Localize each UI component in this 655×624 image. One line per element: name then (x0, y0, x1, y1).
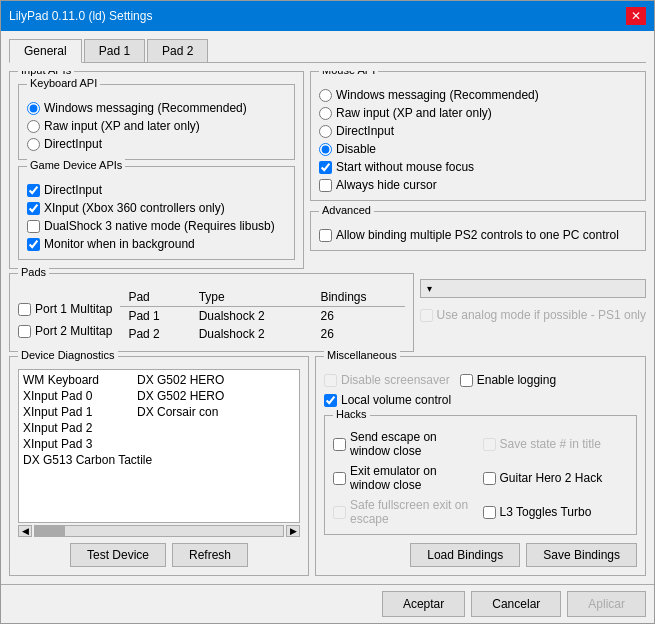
kb-radio-directinput[interactable] (27, 138, 40, 151)
hack-label-l3[interactable]: L3 Toggles Turbo (500, 505, 592, 519)
ma-radio-3: Disable (319, 142, 637, 156)
pad-dropdown[interactable] (420, 279, 646, 298)
list-item[interactable]: DX G513 Carbon Tactile (21, 452, 297, 468)
multitap-1: Port 1 Multitap (18, 302, 112, 316)
hack-cb-guitar[interactable] (483, 472, 496, 485)
hack-cb-savestate[interactable] (483, 438, 496, 451)
kb-radio-raw[interactable] (27, 120, 40, 133)
device-diag-buttons: Test Device Refresh (18, 543, 300, 567)
misc-cb-volume[interactable] (324, 394, 337, 407)
hack-cb-escape[interactable] (333, 438, 346, 451)
hack-cb-exit-emu[interactable] (333, 472, 346, 485)
hack-cb-l3[interactable] (483, 506, 496, 519)
mouse-api-group: Mouse API Windows messaging (Recommended… (310, 71, 646, 201)
scroll-left-arrow[interactable]: ◀ (18, 525, 32, 537)
ma-label-disable[interactable]: Disable (336, 142, 376, 156)
tab-content: Input APIs Keyboard API Windows messagin… (9, 71, 646, 576)
col-bindings: Bindings (312, 288, 404, 307)
list-item[interactable]: XInput Pad 2 (21, 420, 297, 436)
hack-label-escape[interactable]: Send escape on window close (350, 430, 479, 458)
device-name-2: XInput Pad 1 (23, 405, 133, 419)
hack-label-savestate[interactable]: Save state # in title (500, 437, 601, 451)
multitap2-label[interactable]: Port 2 Multitap (35, 324, 112, 338)
hack-cb-fullscreen[interactable] (333, 506, 346, 519)
ma-label-windows[interactable]: Windows messaging (Recommended) (336, 88, 539, 102)
gd-cb-dualshock3[interactable] (27, 220, 40, 233)
kb-radio-0: Windows messaging (Recommended) (27, 101, 286, 115)
hacks-grid: Send escape on window close Save state #… (333, 426, 628, 526)
gd-cb-monitor[interactable] (27, 238, 40, 251)
list-item[interactable]: XInput Pad 1 DX Corsair con (21, 404, 297, 420)
kb-label-raw[interactable]: Raw input (XP and later only) (44, 119, 200, 133)
device-name-4: XInput Pad 3 (23, 437, 92, 451)
adv-label-binding[interactable]: Allow binding multiple PS2 controls to o… (336, 228, 619, 242)
gd-label-directinput[interactable]: DirectInput (44, 183, 102, 197)
ma-label-raw[interactable]: Raw input (XP and later only) (336, 106, 492, 120)
misc-label-logging[interactable]: Enable logging (477, 373, 556, 387)
multitap1-cb[interactable] (18, 303, 31, 316)
gd-cb-xinput[interactable] (27, 202, 40, 215)
gd-cb-directinput[interactable] (27, 184, 40, 197)
list-item[interactable]: XInput Pad 3 (21, 436, 297, 452)
input-apis-label: Input APIs (18, 71, 74, 76)
misc-label-volume[interactable]: Local volume control (341, 393, 451, 407)
scroll-right-arrow[interactable]: ▶ (286, 525, 300, 537)
list-item[interactable]: XInput Pad 0 DX G502 HERO (21, 388, 297, 404)
content-area: General Pad 1 Pad 2 Input APIs Keyboard … (1, 31, 654, 584)
refresh-button[interactable]: Refresh (172, 543, 248, 567)
device-info-0: DX G502 HERO (137, 373, 224, 387)
ma-radio-0: Windows messaging (Recommended) (319, 88, 637, 102)
save-bindings-button[interactable]: Save Bindings (526, 543, 637, 567)
hack-label-fullscreen[interactable]: Safe fullscreen exit on escape (350, 498, 479, 526)
gd-label-dualshock3[interactable]: DualShock 3 native mode (Requires libusb… (44, 219, 275, 233)
misc-cb-screensaver[interactable] (324, 374, 337, 387)
misc-check-1: Enable logging (460, 373, 556, 387)
tab-general[interactable]: General (9, 39, 82, 63)
ma-label-cursor[interactable]: Always hide cursor (336, 178, 437, 192)
ma-radio-disable[interactable] (319, 143, 332, 156)
multitap-2: Port 2 Multitap (18, 324, 112, 338)
ma-radio-directinput[interactable] (319, 125, 332, 138)
hack-check-1: Save state # in title (483, 430, 629, 458)
adv-cb-binding[interactable] (319, 229, 332, 242)
ma-label-focus[interactable]: Start without mouse focus (336, 160, 474, 174)
aplicar-button[interactable]: Aplicar (567, 591, 646, 617)
ma-cb-cursor[interactable] (319, 179, 332, 192)
pads-section: Pads Port 1 Multitap Port 2 Multitap (9, 273, 646, 352)
table-row: Pad 2 Dualshock 2 26 (120, 325, 404, 343)
gd-label-xinput[interactable]: XInput (Xbox 360 controllers only) (44, 201, 225, 215)
multitap2-cb[interactable] (18, 325, 31, 338)
multitap1-label[interactable]: Port 1 Multitap (35, 302, 112, 316)
analog-cb[interactable] (420, 309, 433, 322)
list-item[interactable]: WM Keyboard DX G502 HERO (21, 372, 297, 388)
close-button[interactable]: ✕ (626, 7, 646, 25)
gd-check-3: Monitor when in background (27, 237, 286, 251)
ma-radio-raw[interactable] (319, 107, 332, 120)
tab-pad2[interactable]: Pad 2 (147, 39, 208, 62)
scrollbar-track[interactable] (34, 525, 284, 537)
ma-radio-windows[interactable] (319, 89, 332, 102)
analog-label[interactable]: Use analog mode if possible - PS1 only (437, 308, 646, 322)
tab-pad1[interactable]: Pad 1 (84, 39, 145, 62)
hack-label-guitar[interactable]: Guitar Hero 2 Hack (500, 471, 603, 485)
keyboard-api-group: Keyboard API Windows messaging (Recommen… (18, 84, 295, 160)
pads-group: Pads Port 1 Multitap Port 2 Multitap (9, 273, 414, 352)
gd-label-monitor[interactable]: Monitor when in background (44, 237, 195, 251)
aceptar-button[interactable]: Aceptar (382, 591, 465, 617)
device-diagnostics-group: Device Diagnostics WM Keyboard DX G502 H… (9, 356, 309, 576)
kb-label-windows[interactable]: Windows messaging (Recommended) (44, 101, 247, 115)
device-name-1: XInput Pad 0 (23, 389, 133, 403)
misc-label-screensaver[interactable]: Disable screensaver (341, 373, 450, 387)
device-info-2: DX Corsair con (137, 405, 218, 419)
hack-label-exit-emu[interactable]: Exit emulator on window close (350, 464, 479, 492)
kb-label-directinput[interactable]: DirectInput (44, 137, 102, 151)
load-bindings-button[interactable]: Load Bindings (410, 543, 520, 567)
kb-radio-windows[interactable] (27, 102, 40, 115)
cancelar-button[interactable]: Cancelar (471, 591, 561, 617)
ma-check-1: Always hide cursor (319, 178, 637, 192)
ma-cb-focus[interactable] (319, 161, 332, 174)
input-apis-group: Input APIs Keyboard API Windows messagin… (9, 71, 304, 269)
test-device-button[interactable]: Test Device (70, 543, 166, 567)
misc-cb-logging[interactable] (460, 374, 473, 387)
ma-label-directinput[interactable]: DirectInput (336, 124, 394, 138)
